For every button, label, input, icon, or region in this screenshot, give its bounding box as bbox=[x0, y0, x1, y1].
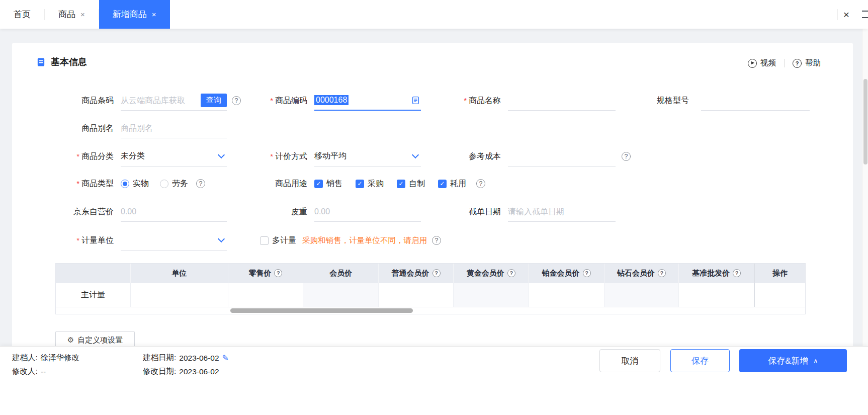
tab-goods[interactable]: 商品 × bbox=[45, 0, 99, 29]
scrollbar-thumb[interactable] bbox=[863, 79, 867, 164]
name-input[interactable] bbox=[508, 91, 616, 111]
select-from-list-icon[interactable] bbox=[411, 96, 420, 105]
price-table: 单位 零售价? 会员价 普通会员价? 黄金会员价? 铂金会员价? 钻石会员价? … bbox=[55, 263, 806, 314]
tare-input[interactable] bbox=[314, 202, 421, 222]
multi-unit-checkbox[interactable]: 多计量 bbox=[260, 235, 296, 246]
cell-base-wholesale-price[interactable] bbox=[679, 283, 754, 307]
cell-unit[interactable] bbox=[131, 283, 228, 307]
spec-input[interactable] bbox=[701, 91, 810, 111]
expand-panel-icon[interactable] bbox=[862, 11, 868, 18]
header-retail-price: 零售价? bbox=[228, 264, 304, 283]
query-button[interactable]: 查询 bbox=[201, 94, 227, 107]
ref-cost-label: 参考成本 bbox=[425, 146, 501, 167]
name-field[interactable] bbox=[508, 91, 616, 110]
help-icon[interactable]: ? bbox=[583, 269, 591, 277]
category-select[interactable]: 未分类 bbox=[121, 146, 227, 167]
video-button[interactable]: 视频 bbox=[748, 58, 776, 68]
row-label: 主计量 bbox=[56, 283, 131, 307]
jd-price-input[interactable] bbox=[121, 202, 227, 222]
cell-normal-member-price[interactable] bbox=[379, 283, 454, 307]
ref-cost-input[interactable] bbox=[508, 146, 616, 167]
help-icon[interactable]: ? bbox=[274, 269, 282, 277]
cell-gold-member-price[interactable] bbox=[454, 283, 529, 307]
form-icon bbox=[36, 57, 46, 67]
checkbox-sale[interactable]: ✓ 销售 bbox=[314, 179, 342, 189]
pricing-label: *计价方式 bbox=[232, 146, 307, 167]
ref-cost-help-icon[interactable]: ? bbox=[622, 152, 631, 161]
help-icon[interactable]: ? bbox=[432, 269, 441, 277]
video-label: 视频 bbox=[760, 58, 776, 68]
type-radio-group: 实物 劳务 ? bbox=[121, 174, 205, 194]
checkbox-consume[interactable]: ✓ 耗用 bbox=[438, 179, 466, 189]
help-icon[interactable]: ? bbox=[733, 269, 741, 277]
horizontal-scrollbar[interactable] bbox=[56, 307, 805, 314]
tab-bar: 首页 商品 × 新增商品 × × bbox=[0, 0, 868, 29]
type-label: *商品类型 bbox=[38, 174, 114, 194]
footer-bar: 建档人:徐泽华修改 修改人:-- 建档日期:2023-06-02 ✎ 修改日期:… bbox=[0, 346, 868, 415]
close-tab-icon[interactable]: × bbox=[80, 11, 85, 18]
tare-field[interactable] bbox=[314, 202, 421, 221]
help-icon[interactable]: ? bbox=[658, 269, 666, 277]
header-base-wholesale-price: 基准批发价? bbox=[679, 264, 754, 283]
unit-select[interactable] bbox=[121, 230, 227, 251]
tare-label: 皮重 bbox=[232, 202, 307, 222]
cell-member-price[interactable] bbox=[303, 283, 379, 307]
pricing-select[interactable]: 移动平均 bbox=[314, 146, 421, 167]
tab-new-goods-label: 新增商品 bbox=[113, 9, 147, 20]
ref-cost-field[interactable] bbox=[508, 146, 616, 166]
panel-actions: 视频 ? 帮助 bbox=[748, 58, 821, 68]
edit-icon[interactable]: ✎ bbox=[222, 353, 229, 363]
scrollbar-thumb[interactable] bbox=[230, 308, 413, 313]
vertical-scrollbar[interactable] bbox=[862, 29, 868, 346]
checkbox-purchase[interactable]: ✓ 采购 bbox=[356, 179, 384, 189]
checkbox-checked-icon[interactable]: ✓ bbox=[314, 180, 323, 188]
jd-price-field[interactable] bbox=[121, 202, 227, 221]
alias-input[interactable] bbox=[121, 118, 227, 138]
checkbox-checked-icon[interactable]: ✓ bbox=[356, 180, 364, 188]
cutoff-date-field[interactable] bbox=[508, 202, 616, 221]
cutoff-date-input[interactable] bbox=[508, 202, 616, 222]
barcode-input[interactable]: 查询 bbox=[121, 91, 227, 111]
cell-diamond-member-price[interactable] bbox=[604, 283, 679, 307]
price-table-header: 单位 零售价? 会员价 普通会员价? 黄金会员价? 铂金会员价? 钻石会员价? … bbox=[56, 264, 805, 283]
save-and-new-button[interactable]: 保存&新增 ∧ bbox=[739, 349, 847, 372]
close-tab-icon[interactable]: × bbox=[152, 11, 156, 18]
checkbox-unchecked-icon[interactable] bbox=[260, 236, 269, 245]
chevron-down-icon[interactable] bbox=[218, 235, 225, 242]
cell-platinum-member-price[interactable] bbox=[529, 283, 604, 307]
spec-field[interactable] bbox=[701, 91, 810, 110]
cancel-button[interactable]: 取消 bbox=[599, 349, 660, 372]
radio-service[interactable]: 劳务 bbox=[160, 179, 188, 189]
code-label: *商品编码 bbox=[232, 91, 307, 111]
type-help-icon[interactable]: ? bbox=[196, 179, 205, 188]
tab-home-label: 首页 bbox=[14, 9, 31, 20]
alias-field[interactable] bbox=[121, 118, 227, 138]
code-input[interactable]: 0000168 bbox=[314, 91, 421, 111]
save-button[interactable]: 保存 bbox=[670, 349, 730, 372]
usage-checkbox-group: ✓ 销售 ✓ 采购 ✓ 自制 ✓ 耗用 ? bbox=[314, 174, 485, 194]
radio-checked-icon[interactable] bbox=[121, 180, 129, 188]
tab-home[interactable]: 首页 bbox=[0, 0, 44, 29]
page-title: 基本信息 bbox=[51, 56, 87, 68]
header-normal-member-price: 普通会员价? bbox=[379, 264, 454, 283]
help-label: 帮助 bbox=[805, 58, 821, 68]
tab-new-goods[interactable]: 新增商品 × bbox=[99, 0, 170, 29]
checkbox-selfmade[interactable]: ✓ 自制 bbox=[397, 179, 425, 189]
usage-help-icon[interactable]: ? bbox=[476, 179, 485, 188]
jd-price-label: 京东自营价 bbox=[38, 202, 114, 222]
checkbox-checked-icon[interactable]: ✓ bbox=[438, 180, 447, 188]
caret-up-icon[interactable]: ∧ bbox=[813, 358, 818, 364]
multi-unit-help-icon[interactable]: ? bbox=[432, 236, 441, 245]
help-icon[interactable]: ? bbox=[507, 269, 515, 277]
radio-physical[interactable]: 实物 bbox=[121, 179, 149, 189]
header-platinum-member-price: 铂金会员价? bbox=[529, 264, 604, 283]
close-window-icon[interactable]: × bbox=[838, 9, 855, 21]
chevron-down-icon[interactable] bbox=[218, 151, 225, 158]
basic-info-card: 基本信息 视频 ? 帮助 商品条码 查询 ? *商品编码 0000168 *商品… bbox=[12, 43, 853, 355]
radio-unchecked-icon[interactable] bbox=[160, 180, 168, 188]
chevron-down-icon[interactable] bbox=[412, 151, 419, 158]
help-button[interactable]: ? 帮助 bbox=[793, 58, 821, 68]
checkbox-checked-icon[interactable]: ✓ bbox=[397, 180, 405, 188]
barcode-field[interactable] bbox=[121, 91, 201, 110]
cell-retail-price[interactable] bbox=[228, 283, 304, 307]
